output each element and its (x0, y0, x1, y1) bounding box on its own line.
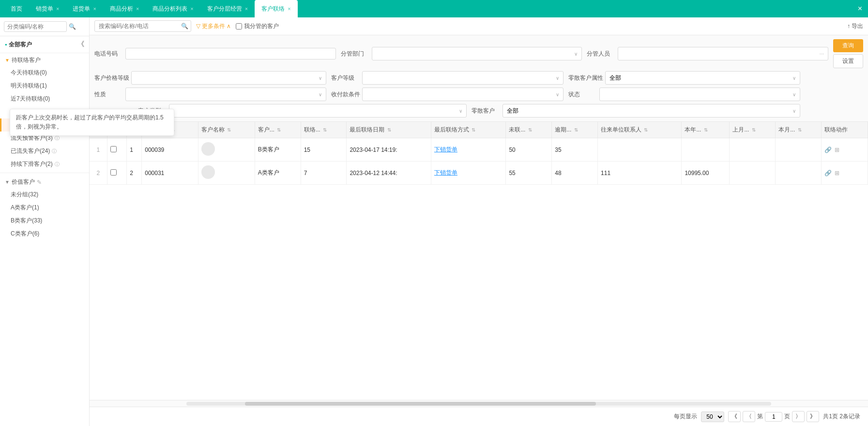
field-customer-level: 客户等级 ∨ (331, 71, 563, 85)
customer-level-select[interactable]: ∨ (362, 71, 563, 85)
sidebar-search-icon[interactable]: 🔍 (69, 23, 76, 30)
payment-select[interactable]: ∨ (362, 88, 563, 101)
sidebar-search-bar: 🔍 (0, 17, 89, 36)
nav-customer-contact[interactable]: 客户联络 × (255, 0, 297, 17)
scatter-customer-select[interactable]: 全部 ∨ (503, 104, 800, 118)
row1-method[interactable]: 下销货单 (431, 138, 505, 162)
search-field: 🔍 (94, 20, 191, 32)
row2-method[interactable]: 下销货单 (431, 162, 505, 185)
row2-action-icons: 🔗 ⊞ (824, 170, 865, 176)
nav-customer-segmentation[interactable]: 客户分层经营 × (200, 0, 255, 17)
col-last-contact-date[interactable]: 最后联络日期 ⇅ (347, 122, 431, 138)
nav-product-analysis[interactable]: 商品分析 × (103, 0, 146, 17)
sidebar-item-7days-pending[interactable]: 近7天待联络(0) (0, 92, 89, 105)
my-customers-checkbox[interactable]: 我分管的客户 (236, 22, 279, 30)
sidebar-item-class-b[interactable]: B类客户(33) (0, 214, 89, 227)
row1-link-icon[interactable]: 🔗 (824, 147, 832, 153)
close-customer-contact-icon[interactable]: × (288, 6, 290, 12)
row2-check[interactable] (110, 169, 117, 176)
status-select[interactable]: ∨ (599, 88, 800, 101)
col-customer-type[interactable]: 客户... ⇅ (255, 122, 301, 138)
col-contact-count[interactable]: 联络... ⇅ (301, 122, 347, 138)
grid-icon: ▪ (5, 41, 7, 48)
row1-grid-icon[interactable]: ⊞ (835, 147, 839, 153)
next-page-button[interactable]: 〉 (792, 411, 805, 422)
row2-checkbox[interactable] (107, 162, 127, 185)
dept-label: 分管部门 (341, 50, 370, 58)
page-size-label: 每页显示 (674, 412, 697, 421)
query-button[interactable]: 查询 (833, 39, 863, 52)
sidebar-collapse-icon[interactable]: 《 (77, 40, 84, 49)
page-nav: 《 〈 第 页 〉 》 (728, 411, 819, 422)
col-last-month[interactable]: 上月... ⇅ (730, 122, 776, 138)
close-window-button[interactable]: × (858, 4, 862, 13)
customer-type-select[interactable]: ∨ (169, 104, 467, 118)
field-phone: 电话号码 (94, 48, 336, 59)
more-conditions-button[interactable]: ▽ 更多条件 ∧ (196, 22, 231, 30)
close-sales-order-icon[interactable]: × (56, 6, 59, 12)
col-overdue[interactable]: 逾期... ⇅ (552, 122, 598, 138)
row1-code: 000039 (142, 138, 198, 162)
row2-link-icon[interactable]: 🔗 (824, 170, 832, 176)
customer-table: ⚙ 客户编码 ⇅ 客户名称 ⇅ (90, 122, 868, 185)
edit-icon[interactable]: ✎ (37, 179, 42, 186)
tooltip-box: 距客户上次交易时长，超过了此客户的平均交易周期的1.5倍，则视为异常。 (10, 109, 174, 136)
nav-purchase-order[interactable]: 进货单 × (66, 0, 103, 17)
chevron-down-scatter: ∨ (792, 75, 796, 81)
page-size-select[interactable]: 50 (701, 411, 724, 422)
search-input[interactable] (94, 20, 191, 32)
sidebar-item-class-a[interactable]: A类客户(1) (0, 201, 89, 214)
nature-select[interactable]: ∨ (125, 88, 326, 101)
first-page-button[interactable]: 《 (728, 411, 741, 422)
sidebar-item-unclassified[interactable]: 未分组(32) (0, 188, 89, 201)
sidebar-item-today-pending[interactable]: 今天待联络(0) (0, 66, 89, 79)
close-customer-segmentation-icon[interactable]: × (245, 6, 248, 12)
row1-this-month (776, 138, 822, 162)
sidebar-item-churned[interactable]: 已流失客户(24) ⓘ (0, 145, 89, 158)
prev-page-button[interactable]: 〈 (743, 411, 755, 422)
row1-check[interactable] (110, 146, 117, 152)
sidebar-item-tomorrow-pending[interactable]: 明天待联络(1) (0, 79, 89, 92)
col-this-year[interactable]: 本年... ⇅ (682, 122, 730, 138)
col-last-contact-method[interactable]: 最后联络方式 ⇅ (431, 122, 505, 138)
export-icon: ↑ (847, 23, 850, 29)
col-partner-contact[interactable]: 往来单位联系人 ⇅ (598, 122, 682, 138)
sidebar-item-declining[interactable]: 持续下滑客户(2) ⓘ (0, 158, 89, 171)
row1-this-year (682, 138, 730, 162)
row1-checkbox[interactable] (107, 138, 127, 162)
nav-product-analysis-list[interactable]: 商品分析列表 × (146, 0, 200, 17)
horizontal-scrollbar[interactable] (90, 400, 868, 407)
col-customer-name[interactable]: 客户名称 ⇅ (198, 122, 255, 138)
scatter-attr-select[interactable]: 全部 ∨ (605, 71, 800, 85)
nav-home[interactable]: 首页 (4, 0, 29, 17)
page-number-input[interactable] (765, 412, 782, 422)
export-button[interactable]: ↑ 导出 (847, 22, 863, 30)
row1-actions: 🔗 ⊞ (822, 138, 868, 162)
sidebar-all-customers-header: ▪ 全部客户 《 (0, 36, 89, 53)
settings-button[interactable]: 设置 (833, 54, 863, 68)
manager-select[interactable]: ··· (618, 47, 828, 60)
filter-bar: 🔍 ▽ 更多条件 ∧ 我分管的客户 ↑ 导出 (90, 17, 868, 35)
close-product-analysis-list-icon[interactable]: × (190, 6, 193, 12)
scroll-thumb[interactable] (245, 402, 596, 406)
my-customers-check[interactable] (236, 23, 242, 29)
last-page-button[interactable]: 》 (807, 411, 819, 422)
filter-search-icon[interactable]: 🔍 (181, 23, 188, 29)
sort-partner-icon: ⇅ (644, 127, 648, 132)
close-product-analysis-icon[interactable]: × (136, 6, 139, 12)
col-this-month[interactable]: 本月... ⇅ (776, 122, 822, 138)
sidebar-item-class-c[interactable]: C类客户(6) (0, 227, 89, 240)
chevron-down-nature: ∨ (319, 92, 322, 97)
col-unread[interactable]: 未联... ⇅ (506, 122, 552, 138)
nav-sales-order[interactable]: 销货单 × (29, 0, 66, 17)
close-purchase-order-icon[interactable]: × (93, 6, 96, 12)
row2-grid-icon[interactable]: ⊞ (835, 170, 839, 176)
sidebar-search-input[interactable] (4, 21, 67, 32)
sort-unread-icon: ⇅ (528, 127, 532, 132)
phone-input[interactable] (125, 48, 336, 59)
chevron-down-price: ∨ (319, 75, 322, 81)
field-customer-type: 客户类型 ∨ (138, 104, 467, 118)
dots-manager: ··· (820, 51, 824, 57)
dept-select[interactable]: ∨ (372, 47, 582, 60)
price-level-select[interactable]: ∨ (131, 71, 326, 85)
